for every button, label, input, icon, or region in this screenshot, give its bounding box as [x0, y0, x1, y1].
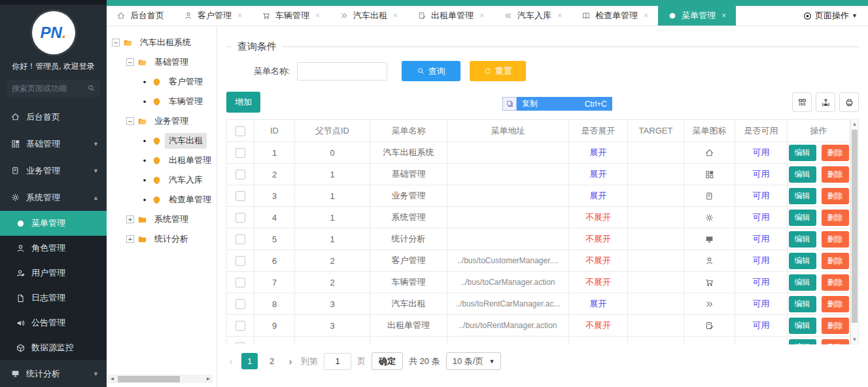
close-icon[interactable]: × — [644, 11, 648, 20]
delete-button[interactable]: 删除 — [822, 274, 849, 291]
scrollbar-thumb[interactable] — [118, 376, 180, 382]
scroll-down-icon[interactable]: ▼ — [851, 337, 858, 342]
available-link[interactable]: 可用 — [753, 169, 770, 179]
delete-button[interactable]: 删除 — [822, 339, 849, 345]
scroll-right-icon[interactable]: ► — [204, 376, 213, 382]
edit-button[interactable]: 编辑 — [789, 318, 816, 334]
context-menu-copy-item[interactable]: 复制 Ctrl+C — [517, 97, 612, 111]
goto-confirm-button[interactable]: 确定 — [372, 352, 403, 370]
tab[interactable]: 汽车出租× — [330, 6, 408, 26]
add-button[interactable]: 增加 — [226, 92, 260, 113]
expand-link[interactable]: 不展开 — [585, 234, 611, 244]
tab[interactable]: 后台首页 — [107, 6, 174, 26]
close-icon[interactable]: × — [237, 11, 242, 20]
edit-button[interactable]: 编辑 — [789, 274, 816, 291]
tab[interactable]: 出租单管理× — [408, 6, 494, 26]
export-button[interactable] — [816, 92, 835, 112]
sidebar-item[interactable]: 角色管理 — [0, 236, 107, 261]
edit-button[interactable]: 编辑 — [789, 231, 816, 248]
tree-node[interactable]: •检查单管理 — [107, 190, 217, 210]
delete-button[interactable]: 删除 — [822, 145, 849, 161]
delete-button[interactable]: 删除 — [822, 296, 849, 312]
delete-button[interactable]: 删除 — [822, 166, 849, 183]
scroll-left-icon[interactable]: ◄ — [108, 376, 116, 382]
row-checkbox[interactable] — [235, 170, 245, 179]
search-button[interactable]: 查询 — [402, 61, 460, 81]
close-icon[interactable]: × — [557, 11, 562, 20]
page-number-button[interactable]: 1 — [241, 353, 258, 369]
tree-expander-icon[interactable]: − — [126, 117, 134, 125]
expand-link[interactable]: 不展开 — [585, 277, 611, 287]
expand-link[interactable]: 不展开 — [585, 320, 611, 330]
row-checkbox[interactable] — [235, 213, 245, 223]
sidebar-item[interactable]: 系统管理▲ — [0, 184, 107, 211]
tab[interactable]: 检查单管理× — [572, 6, 658, 26]
tree-node[interactable]: •汽车入库 — [107, 170, 217, 190]
edit-button[interactable]: 编辑 — [789, 339, 816, 345]
columns-button[interactable] — [792, 92, 812, 112]
row-checkbox[interactable] — [235, 234, 245, 244]
edit-button[interactable]: 编辑 — [789, 188, 816, 204]
delete-button[interactable]: 删除 — [822, 210, 849, 226]
prev-page-button[interactable]: ‹ — [226, 356, 235, 367]
edit-button[interactable]: 编辑 — [789, 145, 816, 161]
tree-node[interactable]: •汽车出租 — [107, 131, 217, 151]
delete-button[interactable]: 删除 — [822, 318, 849, 334]
tab[interactable]: 车辆管理× — [252, 6, 330, 26]
close-icon[interactable]: × — [721, 11, 726, 20]
sidebar-search-input[interactable] — [7, 80, 100, 97]
delete-button[interactable]: 删除 — [822, 253, 849, 269]
sidebar-item[interactable]: 公告管理 — [0, 310, 107, 335]
goto-page-input[interactable] — [324, 353, 351, 370]
page-size-select[interactable]: 10 条/页 ▼ — [446, 352, 502, 370]
close-icon[interactable]: × — [479, 11, 484, 20]
select-all-checkbox[interactable] — [235, 126, 245, 136]
expand-link[interactable]: 展开 — [590, 147, 607, 157]
sidebar-item[interactable]: 用户管理 — [0, 261, 107, 286]
sidebar-item[interactable]: 菜单管理 — [0, 211, 107, 236]
scroll-up-icon[interactable]: ▲ — [851, 121, 858, 127]
sidebar-item[interactable]: 数据源监控 — [0, 335, 107, 360]
row-checkbox[interactable] — [235, 278, 245, 287]
tree-horizontal-scrollbar[interactable]: ◄ ► — [108, 375, 213, 383]
close-icon[interactable]: × — [393, 11, 398, 20]
menu-name-input[interactable] — [297, 62, 387, 81]
available-link[interactable]: 可用 — [753, 277, 770, 287]
tree-expander-icon[interactable]: − — [126, 58, 134, 66]
sidebar-item[interactable]: 基础管理▼ — [0, 130, 107, 157]
available-link[interactable]: 可用 — [753, 320, 770, 330]
row-checkbox[interactable] — [235, 321, 245, 331]
tree-node[interactable]: +系统管理 — [107, 210, 217, 229]
edit-button[interactable]: 编辑 — [789, 166, 816, 183]
sidebar-item[interactable]: 业务管理▼ — [0, 157, 107, 184]
row-checkbox[interactable] — [235, 191, 245, 201]
available-link[interactable]: 可用 — [753, 234, 770, 244]
delete-button[interactable]: 删除 — [822, 231, 849, 248]
next-page-button[interactable]: › — [286, 356, 295, 367]
page-operations-dropdown[interactable]: 页面操作 ▼ — [803, 6, 858, 26]
tree-node[interactable]: −业务管理 — [107, 111, 217, 131]
available-link[interactable]: 可用 — [753, 147, 770, 157]
tree-expander-icon[interactable]: + — [126, 215, 134, 223]
tab[interactable]: 菜单管理× — [658, 6, 736, 26]
tree-node[interactable]: •客户管理 — [107, 72, 217, 92]
available-link[interactable]: 可用 — [753, 255, 770, 265]
row-checkbox[interactable] — [235, 342, 245, 344]
tree-node[interactable]: •车辆管理 — [107, 92, 217, 111]
edit-button[interactable]: 编辑 — [789, 210, 816, 226]
table-vertical-scrollbar[interactable]: ▲ ▼ — [850, 119, 859, 344]
available-link[interactable]: 可用 — [753, 191, 770, 200]
sidebar-item[interactable]: 日志管理 — [0, 286, 107, 310]
expand-link[interactable]: 不展开 — [585, 255, 611, 265]
edit-button[interactable]: 编辑 — [789, 253, 816, 269]
row-checkbox[interactable] — [235, 256, 245, 266]
page-number-button[interactable]: 2 — [264, 353, 280, 369]
tab[interactable]: 汽车入库× — [494, 6, 572, 26]
close-icon[interactable]: × — [315, 11, 320, 20]
tree-node[interactable]: +统计分析 — [107, 229, 217, 249]
scrollbar-thumb[interactable] — [852, 130, 858, 323]
available-link[interactable]: 可用 — [753, 212, 770, 222]
expand-link[interactable]: 展开 — [590, 299, 607, 308]
tree-expander-icon[interactable]: − — [112, 39, 120, 46]
expand-link[interactable]: 展开 — [590, 169, 607, 179]
